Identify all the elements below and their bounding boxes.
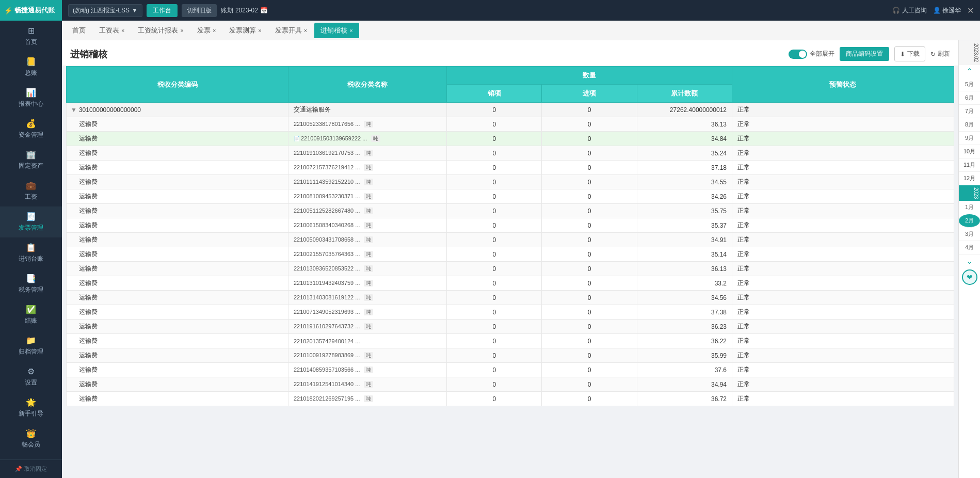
switch-version-button[interactable]: 切到旧版	[182, 4, 217, 17]
cal-month-5[interactable]: 5月	[959, 78, 980, 91]
table-cell-cumulative: 35.37	[637, 218, 732, 233]
table-cell-cumulative: 34.91	[637, 233, 732, 247]
member-icon: 👑	[26, 428, 36, 438]
sales-icon: 📋	[26, 243, 36, 252]
tab-发票测算[interactable]: 发票测算×	[223, 23, 267, 38]
sidebar-item-ledger[interactable]: 📒 总账	[0, 52, 62, 83]
cal-month-4[interactable]: 4月	[959, 241, 980, 254]
table-cell-purchase: 0	[542, 291, 637, 305]
table-cell-cumulative: 27262.40000000012	[637, 103, 732, 117]
period-label: 账期 2023-02 📅	[221, 6, 268, 15]
table-cell-code: 运输费	[67, 320, 288, 334]
cal-month-2-active[interactable]: 2月	[959, 214, 980, 228]
sidebar-item-payroll[interactable]: 💼 工资	[0, 176, 62, 206]
cal-month-3[interactable]: 3月	[959, 228, 980, 241]
table-cell-status: 正常	[732, 218, 954, 233]
sidebar-item-tax[interactable]: 📑 税务管理	[0, 268, 62, 299]
sidebar-item-settings[interactable]: ⚙ 设置	[0, 361, 62, 392]
expand-toggle[interactable]: 全部展开	[789, 50, 834, 59]
tab-进销稽核[interactable]: 进销稽核×	[314, 23, 359, 38]
table-cell-sales: 0	[447, 204, 542, 218]
sidebar-item-invoices[interactable]: 🧾 发票管理	[0, 206, 62, 237]
download-button[interactable]: ⬇ 下载	[894, 46, 925, 61]
tab-close-icon[interactable]: ×	[304, 27, 307, 34]
period-prefix: 账期	[221, 6, 233, 15]
company-selector[interactable]: (勿动) 江西报宝-LSS ▼	[68, 4, 142, 17]
table-cell-sales: 0	[447, 161, 542, 175]
tab-close-icon[interactable]: ×	[180, 27, 183, 34]
sidebar-item-funds[interactable]: 💰 资金管理	[0, 114, 62, 145]
table-cell-invoice: 2210050903431708658 ... 吨	[288, 233, 447, 247]
cal-up-arrow[interactable]: ⌃	[959, 65, 980, 78]
cal-month-8[interactable]: 8月	[959, 118, 980, 132]
cal-month-1[interactable]: 1月	[959, 201, 980, 214]
sidebar-label-archive: 归档管理	[19, 347, 43, 356]
cal-expand-icon[interactable]: ❤	[962, 269, 977, 285]
cal-month-7[interactable]: 7月	[959, 105, 980, 118]
archive-icon: 📁	[26, 336, 36, 345]
tab-label: 工资统计报表	[138, 26, 178, 35]
table-cell-invoice: 2210052338178017656 ... 吨	[288, 117, 447, 132]
table-cell-status: 正常	[732, 305, 954, 320]
table-cell-invoice: 2210191036192170753 ... 吨	[288, 146, 447, 161]
cal-month-10[interactable]: 10月	[959, 145, 980, 158]
table-cell-sales: 0	[447, 117, 542, 132]
table-cell-code: 运输费	[67, 334, 288, 348]
table-cell-purchase: 0	[542, 305, 637, 320]
col-cumulative-header: 累计数额	[637, 85, 732, 103]
table-cell-sales: 0	[447, 392, 542, 406]
sidebar-item-reports[interactable]: 📊 报表中心	[0, 83, 62, 114]
table-cell-purchase: 0	[542, 175, 637, 189]
table-cell-sales: 0	[447, 218, 542, 233]
sidebar-label-guide: 新手引导	[19, 409, 43, 418]
table-cell-status: 正常	[732, 262, 954, 276]
table-cell-status: 正常	[732, 204, 954, 218]
toggle-track[interactable]	[789, 50, 807, 59]
cal-down-arrow[interactable]: ⌄	[959, 254, 980, 267]
tab-首页[interactable]: 首页	[66, 23, 92, 38]
cal-month-6[interactable]: 6月	[959, 91, 980, 105]
tab-发票[interactable]: 发票×	[191, 23, 222, 38]
support-button[interactable]: 🎧 人工咨询	[892, 6, 926, 15]
table-cell-sales: 0	[447, 377, 542, 392]
tab-工资统计报表[interactable]: 工资统计报表×	[132, 23, 189, 38]
sidebar-item-home[interactable]: ⊞ 首页	[0, 21, 62, 52]
table-cell-code: 运输费	[67, 262, 288, 276]
table-cell-status: 正常	[732, 146, 954, 161]
table-cell-status: 正常	[732, 291, 954, 305]
user-menu[interactable]: 👤 徐遥华	[933, 6, 961, 15]
company-name: (勿动) 江西报宝-LSS	[73, 6, 130, 15]
settings-icon: ⚙	[27, 367, 35, 376]
sidebar-item-settle[interactable]: ✅ 结账	[0, 299, 62, 330]
sidebar-item-sales[interactable]: 📋 进销台账	[0, 237, 62, 268]
tab-发票开具[interactable]: 发票开具×	[269, 23, 313, 38]
close-icon[interactable]: ✕	[967, 6, 974, 15]
product-code-button[interactable]: 商品编码设置	[840, 47, 889, 61]
tab-close-icon[interactable]: ×	[121, 27, 124, 34]
tab-close-icon[interactable]: ×	[213, 27, 216, 34]
sidebar-item-guide[interactable]: 🌟 新手引导	[0, 392, 62, 423]
tab-close-icon[interactable]: ×	[349, 27, 352, 34]
refresh-button[interactable]: ↻ 刷新	[930, 50, 950, 58]
sidebar-item-archive[interactable]: 📁 归档管理	[0, 330, 62, 361]
sidebar-item-member[interactable]: 👑 畅会员	[0, 423, 62, 454]
tab-bar: 首页工资表×工资统计报表×发票×发票测算×发票开具×进销稽核×	[62, 21, 980, 40]
tab-close-icon[interactable]: ×	[258, 27, 261, 34]
table-cell-purchase: 0	[542, 103, 637, 117]
tab-工资表[interactable]: 工资表×	[93, 23, 131, 38]
cal-year-2022: 2023.02	[959, 40, 980, 65]
calendar-icon[interactable]: 📅	[260, 7, 268, 14]
table-cell-sales: 0	[447, 320, 542, 334]
table-cell-name: 交通运输服务	[288, 103, 447, 117]
cal-month-12[interactable]: 12月	[959, 172, 980, 185]
table-cell-cumulative: 34.55	[637, 175, 732, 189]
cal-month-9[interactable]: 9月	[959, 132, 980, 145]
table-cell-cumulative: 36.22	[637, 334, 732, 348]
unpin-button[interactable]: 📌 取消固定	[0, 459, 62, 478]
cal-month-11[interactable]: 11月	[959, 158, 980, 172]
table-cell-sales: 0	[447, 132, 542, 146]
sidebar: ⚡ 畅捷通易代账 ⊞ 首页 📒 总账 📊 报表中心 💰 资金管理 🏢 固定资产 …	[0, 0, 62, 478]
refresh-icon: ↻	[930, 51, 936, 58]
worktable-button[interactable]: 工作台	[147, 4, 178, 17]
sidebar-item-assets[interactable]: 🏢 固定资产	[0, 145, 62, 176]
